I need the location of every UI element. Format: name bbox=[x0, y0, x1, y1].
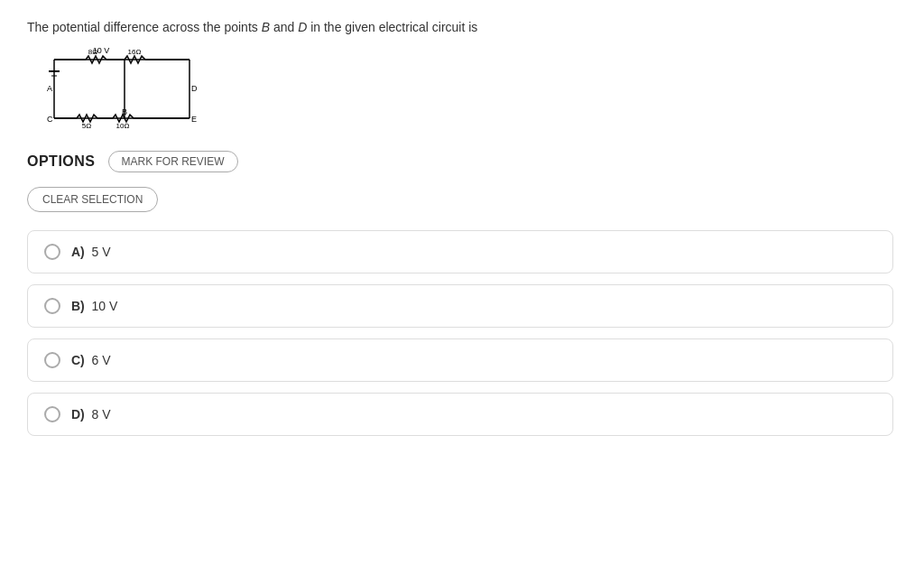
radio-d[interactable] bbox=[44, 406, 60, 422]
option-d[interactable]: D) 8 V bbox=[27, 393, 893, 436]
option-d-text: D) 8 V bbox=[71, 407, 111, 422]
option-a-text: A) 5 V bbox=[71, 245, 111, 259]
option-a[interactable]: A) 5 V bbox=[27, 230, 893, 273]
clear-selection-button[interactable]: CLEAR SELECTION bbox=[27, 187, 158, 212]
mark-for-review-button[interactable]: MARK FOR REVIEW bbox=[108, 151, 238, 172]
question-text: The potential difference across the poin… bbox=[27, 18, 897, 37]
svg-text:5Ω: 5Ω bbox=[82, 122, 91, 130]
option-c[interactable]: C) 6 V bbox=[27, 338, 893, 382]
svg-text:C: C bbox=[47, 115, 53, 124]
options-label: OPTIONS bbox=[27, 153, 96, 170]
svg-text:B: B bbox=[122, 107, 127, 116]
option-c-text: C) 6 V bbox=[71, 353, 111, 367]
circuit-diagram: 10 V 8Ω 16Ω 5Ω 10Ω bbox=[27, 46, 226, 136]
options-header: OPTIONS MARK FOR REVIEW bbox=[27, 151, 897, 172]
svg-text:10Ω: 10Ω bbox=[116, 122, 130, 130]
svg-text:E: E bbox=[191, 115, 197, 124]
radio-c[interactable] bbox=[44, 352, 60, 368]
radio-a[interactable] bbox=[44, 244, 60, 260]
option-b[interactable]: B) 10 V bbox=[27, 284, 893, 328]
options-list: A) 5 V B) 10 V C) 6 V D) 8 V bbox=[27, 230, 897, 436]
radio-b[interactable] bbox=[44, 298, 60, 314]
option-b-text: B) 10 V bbox=[71, 299, 117, 313]
svg-text:16Ω: 16Ω bbox=[128, 48, 142, 56]
svg-text:8Ω: 8Ω bbox=[88, 48, 97, 56]
svg-text:D: D bbox=[191, 84, 198, 93]
svg-text:A: A bbox=[47, 84, 52, 93]
